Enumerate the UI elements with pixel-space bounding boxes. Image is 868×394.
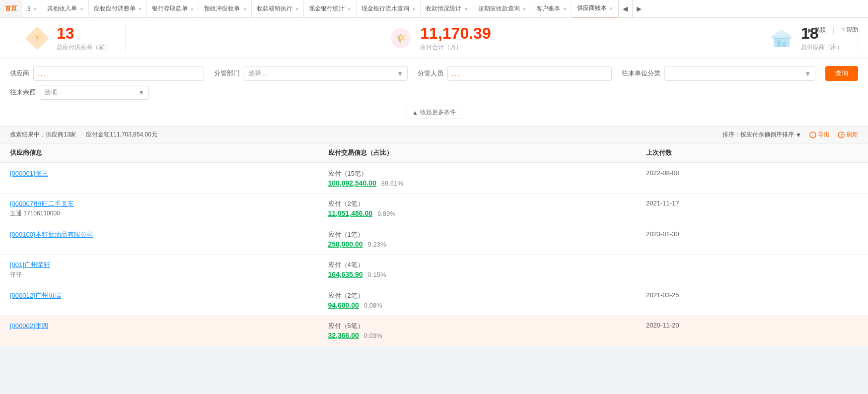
nav-tab-prepay-label: 预收冲应收单 — [204, 4, 240, 13]
supplier-link[interactable]: [000012]广州贝瑞 — [10, 292, 61, 299]
nav-tab-collection[interactable]: 收款核销执行 × — [252, 0, 304, 18]
video-label: 视频 — [814, 26, 826, 34]
nav-tab-bank[interactable]: 银行存取款单 × — [147, 0, 199, 18]
close-tab-collection-icon[interactable]: × — [295, 6, 298, 12]
close-tab-other-income-icon[interactable]: × — [80, 6, 83, 12]
last-pay-cell: 2021-03-25 — [646, 291, 858, 299]
export-button[interactable]: ↑ 导出 — [809, 131, 830, 139]
close-tab-overdue-icon[interactable]: × — [523, 6, 526, 12]
nav-prev-arrow[interactable]: ◀ — [618, 0, 632, 18]
video-icon: ▶ — [808, 27, 812, 34]
supplier-link[interactable]: [000100]本特勤油品有限公司 — [10, 231, 93, 238]
last-pay-cell: 2020-11-20 — [646, 322, 858, 329]
person-input[interactable]: ... — [447, 66, 612, 81]
svg-text:¥: ¥ — [35, 34, 40, 42]
stat-payable-text: 13 总应付供应商（家） — [57, 25, 110, 52]
tx-percent: 9.89% — [377, 210, 396, 217]
collapse-area: ▲ 收起更多条件 — [10, 104, 858, 121]
close-tab-cash-flow-icon[interactable]: × — [412, 6, 415, 12]
supplier-link[interactable]: [000002]李四 — [10, 322, 48, 329]
nav-tab-overdue[interactable]: 超期应收款查询 × — [473, 0, 531, 18]
nav-tab-3[interactable]: 3 × — [22, 0, 42, 18]
tx-amount[interactable]: 11,051,486.00 — [328, 209, 373, 217]
nav-tab-customer-ledger-label: 客户账本 — [536, 4, 560, 13]
close-tab-receipt-stats-icon[interactable]: × — [464, 6, 467, 12]
nav-tab-customer-ledger[interactable]: 客户账本 × — [531, 0, 572, 18]
close-tab-bank-icon[interactable]: × — [191, 6, 194, 12]
tx-cell: 应付（5笔）32,366.000.03% — [328, 322, 647, 339]
result-actions: 排序：按应付余额倒序排序 ▼ ↑ 导出 ↺ 刷新 — [723, 131, 858, 139]
nav-tab-supplier-ledger[interactable]: 供应商账本 × — [572, 0, 618, 18]
tx-row: 100,092,540.0089.61% — [328, 178, 647, 187]
close-tab-cash-stats-icon[interactable]: × — [348, 6, 351, 12]
svg-text:🌾: 🌾 — [395, 33, 407, 44]
tx-percent: 89.61% — [381, 180, 403, 187]
query-button[interactable]: 查询 — [825, 66, 858, 81]
tx-row: 94,600.000.08% — [328, 300, 647, 309]
nav-tab-home[interactable]: 首页 — [0, 0, 22, 18]
nav-tab-adjustment[interactable]: 应收应付调整单 × — [89, 0, 147, 18]
table-row: [000001]张三应付（15笔）100,092,540.0089.61%202… — [0, 163, 868, 194]
tx-percent: 0.15% — [368, 271, 386, 278]
search-row-2: 往来余额 选项... ▼ — [10, 85, 858, 100]
last-pay-cell: 2021-11-17 — [646, 199, 858, 207]
col-header-tx: 应付交易信息（占比） — [328, 148, 647, 157]
tx-cell: 应付（2笔）94,600.000.08% — [328, 291, 647, 309]
collapse-label: 收起更多条件 — [420, 108, 456, 117]
balance-placeholder: 选项... — [44, 88, 63, 97]
stat-payable-total-text: 11,170.39 应付合计（万） — [420, 25, 491, 52]
supplier-link[interactable]: [000001]张三 — [10, 170, 48, 177]
close-tab-supplier-ledger-icon[interactable]: × — [610, 5, 613, 11]
nav-tab-cash-flow-label: 现金银行流水查询 — [362, 4, 409, 13]
tx-amount[interactable]: 164,635.90 — [328, 270, 363, 278]
video-link[interactable]: ▶ 视频 — [808, 26, 826, 34]
close-tab-prepay-icon[interactable]: × — [243, 6, 246, 12]
supplier-link[interactable]: [001]广州荣轩 — [10, 261, 50, 268]
close-tab-adjustment-icon[interactable]: × — [139, 6, 142, 12]
nav-tab-3-label: 3 — [27, 5, 31, 12]
tx-label: 应付（15笔） — [328, 169, 647, 178]
table-body: [000001]张三应付（15笔）100,092,540.0089.61%202… — [0, 163, 868, 346]
category-label: 往来单位分类 — [622, 69, 660, 78]
close-tab-3-icon[interactable]: × — [34, 6, 37, 12]
tx-amount[interactable]: 258,000.00 — [328, 240, 363, 248]
category-select[interactable]: ▼ — [664, 66, 816, 81]
balance-select[interactable]: 选项... ▼ — [40, 85, 149, 100]
dept-select[interactable]: 选择... ▼ — [244, 66, 408, 81]
dept-field: 分管部门 选择... ▼ — [214, 66, 408, 81]
refresh-button[interactable]: ↺ 刷新 — [838, 131, 858, 139]
refresh-label: 刷新 — [846, 131, 858, 139]
export-icon: ↑ — [809, 131, 816, 138]
nav-next-arrow[interactable]: ▶ — [632, 0, 646, 18]
table-row: [000007]恒旺二手叉车王通 17106110000应付（2笔）11,051… — [0, 194, 868, 224]
dept-placeholder: 选择... — [248, 69, 267, 78]
tx-row: 32,366.000.03% — [328, 330, 647, 339]
nav-tab-receipt-stats[interactable]: 收款情况统计 × — [421, 0, 473, 18]
nav-tab-cash-flow[interactable]: 现金银行流水查询 × — [357, 0, 421, 18]
supplier-cell: [001]广州荣轩仔仔 — [10, 261, 328, 279]
stat-payable-label: 总应付供应商（家） — [57, 43, 110, 52]
close-tab-customer-ledger-icon[interactable]: × — [563, 6, 566, 12]
nav-tab-prepay[interactable]: 预收冲应收单 × — [199, 0, 251, 18]
help-icon: ? — [841, 27, 845, 34]
svg-rect-4 — [774, 38, 790, 47]
nav-tab-cash-stats-label: 现金银行统计 — [309, 4, 345, 13]
nav-tab-cash-stats[interactable]: 现金银行统计 × — [304, 0, 356, 18]
tx-cell: 应付（4笔）164,635.900.15% — [328, 261, 647, 278]
supplier-input[interactable]: ... — [33, 66, 204, 81]
nav-tab-other-income[interactable]: 其他收入单 × — [42, 0, 88, 18]
collapse-button[interactable]: ▲ 收起更多条件 — [406, 106, 462, 119]
supplier-sub: 仔仔 — [10, 270, 328, 279]
supplier-link[interactable]: [000007]恒旺二手叉车 — [10, 200, 74, 207]
sort-button[interactable]: 排序：按应付余额倒序排序 ▼ — [723, 131, 801, 139]
help-link[interactable]: ? 帮助 — [841, 26, 858, 34]
tx-amount[interactable]: 32,366.00 — [328, 331, 359, 339]
tx-amount[interactable]: 94,600.00 — [328, 301, 359, 309]
search-row-1: 供应商 ... 分管部门 选择... ▼ 分管人员 ... 往来单位分类 ▼ — [10, 66, 858, 81]
payable-total-icon: 🌾 — [388, 26, 413, 51]
tx-amount[interactable]: 100,092,540.00 — [328, 179, 376, 187]
top-navigation: 首页 3 × 其他收入单 × 应收应付调整单 × 银行存取款单 × 预收冲应收单… — [0, 0, 868, 18]
person-field: 分管人员 ... — [418, 66, 612, 81]
top-right-links: ▶ 视频 | ? 帮助 — [808, 26, 858, 34]
tx-row: 258,000.000.23% — [328, 239, 647, 248]
